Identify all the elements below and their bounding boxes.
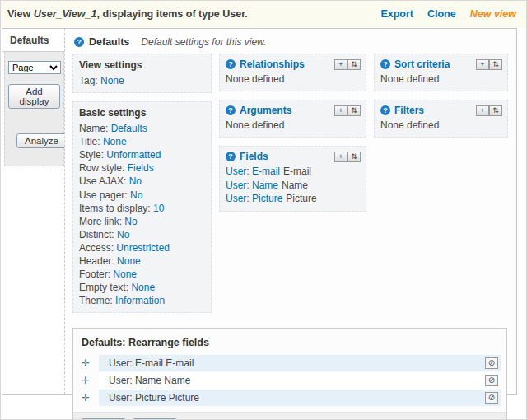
settings-columns: View settings Tag: None Basic settings N… [72, 54, 510, 321]
filters-box: ? Filters + ⇅ None defined [374, 100, 508, 138]
field-item: User: NameName [226, 179, 361, 193]
arguments-box: ? Arguments + ⇅ None defined [219, 100, 366, 138]
arguments-empty-text: None defined [226, 119, 361, 132]
display-settings-main: ? Defaults Default settings for this vie… [64, 29, 516, 394]
add-display-button[interactable]: Add display [8, 84, 60, 109]
display-type-select[interactable]: Page [8, 61, 61, 74]
setting-value-link[interactable]: No [124, 216, 137, 227]
setting-value-link[interactable]: Defaults [111, 123, 147, 134]
setting-label: More link: [79, 216, 122, 227]
drag-handle-icon[interactable]: ✛ [79, 390, 99, 406]
setting-label: Items to display: [79, 203, 151, 214]
setting-value-link[interactable]: Unrestricted [116, 242, 170, 254]
field-link[interactable]: User: Picture [226, 193, 282, 204]
relationships-title-link[interactable]: Relationships [240, 58, 334, 70]
help-icon[interactable]: ? [74, 37, 84, 47]
view-header: View User_View_1, displaying items of ty… [1, 1, 526, 27]
remove-icon[interactable]: ⊘ [485, 392, 498, 404]
setting-row-name: Name: Defaults [79, 122, 206, 135]
field-link[interactable]: User: E-mail [226, 166, 280, 177]
setting-row-more-link: More link: No [79, 215, 206, 228]
new-view-link[interactable]: New view [470, 8, 516, 20]
setting-row-theme: Theme: Information [79, 294, 206, 307]
add-icon[interactable]: + [476, 105, 489, 116]
setting-label: Footer: [79, 268, 110, 280]
setting-value-link[interactable]: No [129, 175, 142, 187]
analyze-button[interactable]: Analyze [16, 133, 67, 148]
basic-settings-box: Basic settings Name: Defaults Title: Non… [72, 101, 212, 313]
rearrange-icon[interactable]: ⇅ [347, 105, 361, 116]
row-label: User: Picture Picture [109, 392, 485, 404]
fields-box: ? Fields + ⇅ User: E-mailE-mail User: Na… [219, 146, 366, 212]
setting-row-empty-text: Empty text: None [79, 281, 206, 294]
help-icon[interactable]: ? [380, 105, 390, 115]
setting-value-link[interactable]: None [113, 268, 137, 280]
setting-value-link[interactable]: None [117, 255, 141, 267]
setting-value-link[interactable]: No [130, 189, 142, 201]
row-content: User: Picture Picture ⊘ [99, 390, 501, 406]
export-link[interactable]: Export [380, 8, 413, 20]
setting-row-row-style: Row style: Fields [79, 161, 206, 175]
setting-row-access: Access: Unrestricted [79, 241, 206, 254]
sort-criteria-empty-text: None defined [380, 72, 502, 86]
column-basic: View settings Tag: None Basic settings N… [72, 54, 212, 321]
field-suffix: Name [282, 180, 308, 191]
display-tab-info: ? Defaults Default settings for this vie… [72, 34, 510, 54]
drag-handle-icon[interactable]: ✛ [79, 372, 99, 389]
setting-value-link[interactable]: None [100, 75, 124, 86]
rearrange-icon[interactable]: ⇅ [489, 59, 502, 70]
setting-label: Tag: [79, 75, 98, 86]
tab-defaults[interactable]: Defaults [2, 29, 64, 52]
views-edit-page: View User_View_1, displaying items of ty… [0, 0, 527, 420]
drag-handle-icon[interactable]: ✛ [79, 355, 99, 371]
setting-label: Use pager: [79, 189, 128, 201]
column-right: ? Sort criteria + ⇅ None defined ? Filte… [374, 54, 508, 146]
row-label: User: Name Name [109, 375, 485, 386]
setting-value-link[interactable]: None [103, 136, 127, 147]
field-item: User: E-mailE-mail [226, 165, 361, 179]
setting-row-use-pager: Use pager: No [79, 189, 206, 202]
table-row: ✛ User: E-mail E-mail ⊘ [79, 355, 501, 371]
field-link[interactable]: User: Name [226, 180, 278, 191]
fields-title-link[interactable]: Fields [240, 151, 334, 162]
view-settings-box: View settings Tag: None [72, 54, 212, 93]
setting-value-link[interactable]: Unformatted [106, 149, 161, 161]
setting-row-items-to-display: Items to display: 10 [79, 202, 206, 215]
field-suffix: Picture [286, 193, 316, 204]
help-icon[interactable]: ? [380, 59, 390, 69]
rearrange-fields-panel: Defaults: Rearrange fields ✛ User: E-mai… [72, 328, 507, 420]
title-prefix: View [7, 8, 30, 20]
sort-criteria-title-link[interactable]: Sort criteria [394, 58, 476, 70]
view-settings-title: View settings [79, 58, 206, 72]
display-controls: Page Add display Analyze [4, 52, 64, 166]
display-sidebar: Defaults Page Add display Analyze [2, 29, 64, 394]
add-icon[interactable]: + [334, 152, 347, 162]
arguments-title-link[interactable]: Arguments [240, 105, 334, 116]
setting-value-link[interactable]: 10 [153, 203, 164, 214]
setting-value-link[interactable]: Information [115, 295, 165, 306]
remove-icon[interactable]: ⊘ [485, 375, 498, 386]
clone-link[interactable]: Clone [427, 8, 456, 20]
setting-value-link[interactable]: No [117, 229, 129, 240]
rearrange-icon[interactable]: ⇅ [347, 59, 361, 70]
setting-row-header: Header: None [79, 254, 206, 268]
help-icon[interactable]: ? [226, 105, 236, 115]
sort-criteria-head: ? Sort criteria + ⇅ [380, 58, 502, 70]
setting-value-link[interactable]: Fields [128, 162, 154, 174]
add-icon[interactable]: + [334, 59, 347, 70]
setting-row-use-ajax: Use AJAX: No [79, 175, 206, 188]
filters-title-link[interactable]: Filters [394, 105, 476, 116]
rearrange-footer: Update Cancel [73, 412, 506, 420]
column-middle: ? Relationships + ⇅ None defined ? Argum… [219, 54, 366, 220]
remove-icon[interactable]: ⊘ [485, 357, 498, 369]
help-icon[interactable]: ? [226, 59, 236, 69]
add-icon[interactable]: + [334, 105, 347, 116]
rearrange-icon[interactable]: ⇅ [489, 105, 502, 116]
relationships-head: ? Relationships + ⇅ [226, 58, 361, 70]
rearrange-icon[interactable]: ⇅ [347, 152, 361, 162]
filters-head: ? Filters + ⇅ [380, 105, 502, 116]
setting-value-link[interactable]: None [131, 282, 155, 293]
help-icon[interactable]: ? [226, 152, 236, 161]
add-icon[interactable]: + [476, 59, 489, 70]
view-name: User_View_1 [34, 8, 97, 20]
